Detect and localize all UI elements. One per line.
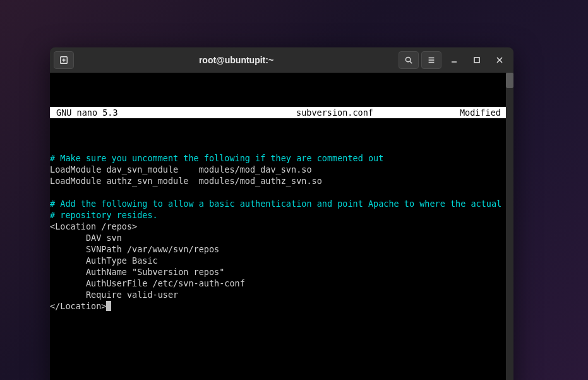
editor-line: SVNPath /var/www/svn/repos: [50, 243, 506, 255]
editor-line: # Make sure you uncomment the following …: [50, 152, 506, 164]
nano-state: Modified: [429, 107, 505, 118]
editor-line: LoadModule authz_svn_module modules/mod_…: [50, 175, 506, 187]
titlebar: root@ubuntupit:~: [50, 47, 513, 73]
nano-app-name: GNU nano 5.3: [51, 107, 241, 118]
scrollbar-thumb[interactable]: [506, 73, 513, 88]
editor-line: # repository resides.: [50, 209, 506, 221]
new-tab-button[interactable]: [54, 51, 74, 69]
editor-line: LoadModule dav_svn_module modules/mod_da…: [50, 164, 506, 175]
terminal-content[interactable]: GNU nano 5.3 subversion.conf Modified # …: [50, 73, 506, 380]
editor-line: [50, 187, 506, 198]
editor-line: DAV svn: [50, 232, 506, 243]
editor-line: AuthType Basic: [50, 255, 506, 266]
editor-line: [50, 312, 506, 323]
svg-point-3: [405, 57, 410, 61]
svg-line-4: [410, 61, 412, 63]
nano-status-bar: GNU nano 5.3 subversion.conf Modified: [50, 107, 506, 118]
nano-filename: subversion.conf: [241, 107, 429, 118]
editor-line: [50, 334, 506, 346]
editor-area[interactable]: # Make sure you uncomment the following …: [50, 152, 506, 369]
maximize-button[interactable]: [467, 51, 487, 69]
window-title: root@ubuntupit:~: [74, 55, 399, 65]
editor-line: # Add the following to allow a basic aut…: [50, 198, 506, 209]
menu-button[interactable]: [421, 51, 441, 69]
editor-line: <Location /repos>: [50, 221, 506, 232]
close-button[interactable]: [489, 51, 510, 69]
editor-line: [50, 323, 506, 334]
editor-line: [50, 357, 506, 369]
terminal-body: GNU nano 5.3 subversion.conf Modified # …: [50, 73, 513, 380]
cursor: [106, 301, 111, 311]
editor-line: Require valid-user: [50, 289, 506, 300]
editor-line: [50, 346, 506, 357]
scrollbar[interactable]: [506, 73, 513, 380]
terminal-window: root@ubuntupit:~: [50, 47, 513, 380]
search-button[interactable]: [399, 51, 419, 69]
editor-line: AuthName "Subversion repos": [50, 266, 506, 278]
editor-line: AuthUserFile /etc/svn-auth-conf: [50, 278, 506, 289]
minimize-button[interactable]: [444, 51, 464, 69]
svg-rect-9: [474, 58, 479, 63]
editor-line: </Location>: [50, 300, 506, 312]
